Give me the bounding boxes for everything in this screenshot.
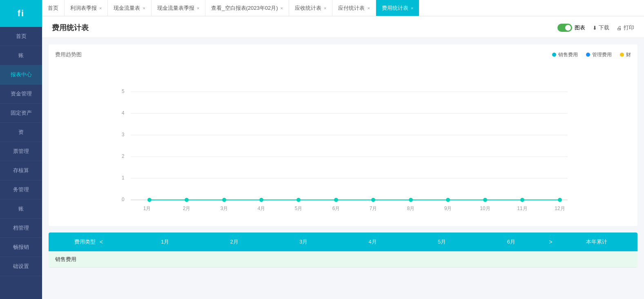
chart-dot — [520, 198, 524, 202]
legend-dot-sales — [552, 53, 556, 57]
svg-text:11月: 11月 — [517, 206, 527, 211]
table-section: 费用类型 < 1月 2月 3月 4月 5月 6月 > 本年累计 销售费用 — [49, 233, 637, 268]
download-icon: ⬇ — [593, 25, 597, 31]
svg-text:7月: 7月 — [370, 206, 377, 211]
chart-toggle-label: 图表 — [575, 24, 585, 31]
svg-text:3月: 3月 — [221, 206, 228, 211]
page-header: 费用统计表 图表 ⬇ 下载 🖨 打印 — [42, 16, 644, 38]
td-type: 销售费用 — [49, 256, 135, 263]
chart-svg: 0 1 2 3 4 5 — [55, 63, 631, 218]
tab-close-icon[interactable]: × — [197, 6, 199, 11]
th-m2: 2月 — [200, 238, 269, 246]
tab-close-icon[interactable]: × — [324, 6, 326, 11]
chart-dot — [334, 198, 338, 202]
sidebar-item-archive[interactable]: 档管理 — [0, 219, 42, 238]
chart-dot — [558, 198, 562, 202]
tab-blank-report[interactable]: 查看_空白报表(2023年02月) × — [205, 0, 289, 16]
chart-dot — [296, 198, 301, 202]
tab-receivable[interactable]: 应收统计表 × — [289, 0, 332, 16]
tab-cashflow-quarterly[interactable]: 现金流量表季报 × — [152, 0, 205, 16]
th-m3: 3月 — [269, 238, 338, 246]
legend-finance: 财 — [620, 51, 631, 58]
chart-title: 费用趋势图 — [55, 51, 82, 58]
svg-text:8月: 8月 — [407, 206, 415, 211]
legend-dot-finance — [620, 53, 624, 57]
tab-close-icon[interactable]: × — [281, 6, 283, 11]
tab-payable[interactable]: 应付统计表 × — [332, 0, 376, 16]
svg-text:5月: 5月 — [295, 206, 303, 211]
legend-label-sales: 销售费用 — [558, 51, 578, 58]
svg-text:6月: 6月 — [332, 206, 340, 211]
print-button[interactable]: 🖨 打印 — [617, 24, 634, 31]
th-m6: 6月 — [477, 238, 546, 246]
sidebar-logo: fi — [0, 0, 42, 27]
download-label: 下载 — [599, 24, 609, 31]
tab-label: 利润表季报 — [70, 4, 97, 12]
tab-cashflow[interactable]: 现金流量表 × — [108, 0, 151, 16]
tab-profit-quarterly[interactable]: 利润表季报 × — [65, 0, 108, 16]
tab-label: 应付统计表 — [338, 4, 365, 12]
chart-dot — [409, 198, 413, 202]
chart-legend: 销售费用 管理费用 财 — [552, 51, 631, 58]
th-m1: 1月 — [130, 238, 200, 246]
sidebar-item-reports[interactable]: 报表中心 — [0, 65, 42, 84]
svg-text:4: 4 — [122, 110, 125, 116]
svg-text:4月: 4月 — [258, 206, 265, 211]
svg-text:1月: 1月 — [143, 206, 151, 211]
sidebar-item-home[interactable]: 首页 — [0, 27, 42, 46]
chart-svg-wrap: 0 1 2 3 4 5 — [55, 63, 631, 219]
legend-sales: 销售费用 — [552, 51, 578, 58]
sidebar-item-expense[interactable]: 畅报销 — [0, 238, 42, 257]
chart-toggle-wrap: 图表 — [557, 24, 585, 32]
tab-close-icon[interactable]: × — [143, 6, 145, 11]
sidebar-item-service[interactable]: 务管理 — [0, 180, 42, 199]
sidebar-item-ledger[interactable]: 账 — [0, 199, 42, 219]
main-area: 首页 利润表季报 × 现金流量表 × 现金流量表季报 × 查看_空白报表(202… — [42, 0, 644, 299]
chart-section: 费用趋势图 销售费用 管理费用 财 — [49, 44, 637, 226]
tab-home[interactable]: 首页 — [42, 0, 65, 16]
chart-toggle[interactable] — [557, 24, 572, 32]
svg-text:10月: 10月 — [480, 206, 490, 211]
svg-text:12月: 12月 — [555, 206, 565, 211]
svg-text:3: 3 — [122, 132, 125, 137]
svg-text:0: 0 — [122, 197, 125, 202]
tab-label: 费用统计表 — [382, 4, 408, 12]
tab-bar: 首页 利润表季报 × 现金流量表 × 现金流量表季报 × 查看_空白报表(202… — [42, 0, 644, 16]
print-label: 打印 — [624, 24, 634, 31]
content-area: 费用统计表 图表 ⬇ 下载 🖨 打印 费用趋势图 — [42, 16, 644, 299]
th-m4: 4月 — [338, 238, 408, 246]
sidebar-item-assets[interactable]: 固定资产 — [0, 104, 42, 123]
th-type: 费用类型 < — [49, 238, 130, 246]
sidebar-item-invoice[interactable]: 票管理 — [0, 142, 42, 161]
tab-label: 现金流量表季报 — [157, 4, 194, 12]
sidebar-item-resource[interactable]: 资 — [0, 123, 42, 142]
table-header: 费用类型 < 1月 2月 3月 4月 5月 6月 > 本年累计 — [49, 233, 637, 251]
tab-close-icon[interactable]: × — [367, 6, 370, 11]
tab-close-icon[interactable]: × — [99, 6, 102, 11]
page-title: 费用统计表 — [52, 23, 89, 33]
sidebar-item-account[interactable]: 账 — [0, 46, 42, 65]
tab-label: 现金流量表 — [114, 4, 140, 12]
legend-label-admin: 管理费用 — [592, 51, 612, 58]
svg-text:9月: 9月 — [444, 206, 452, 211]
chart-dot — [371, 198, 375, 202]
chart-dot — [259, 198, 263, 202]
tab-expense-stats[interactable]: 费用统计表 × — [376, 0, 419, 16]
chart-dot — [222, 198, 226, 202]
chart-header: 费用趋势图 销售费用 管理费用 财 — [55, 51, 631, 58]
tab-home-label: 首页 — [48, 4, 58, 12]
sidebar-item-settings[interactable]: 础设置 — [0, 257, 42, 276]
download-button[interactable]: ⬇ 下载 — [593, 24, 609, 31]
chart-dot — [446, 198, 450, 202]
chart-dot — [185, 198, 189, 202]
svg-text:1: 1 — [122, 175, 125, 181]
legend-admin: 管理费用 — [586, 51, 612, 58]
nav-next-button[interactable]: > — [546, 239, 556, 245]
sidebar-item-inventory[interactable]: 存核算 — [0, 161, 42, 180]
sidebar-item-funds[interactable]: 资金管理 — [0, 84, 42, 104]
nav-prev-button[interactable]: < — [98, 239, 105, 245]
tab-close-icon[interactable]: × — [411, 6, 413, 11]
th-total: 本年累计 — [556, 238, 637, 246]
th-m5: 5月 — [407, 238, 477, 246]
header-actions: 图表 ⬇ 下载 🖨 打印 — [557, 24, 634, 32]
